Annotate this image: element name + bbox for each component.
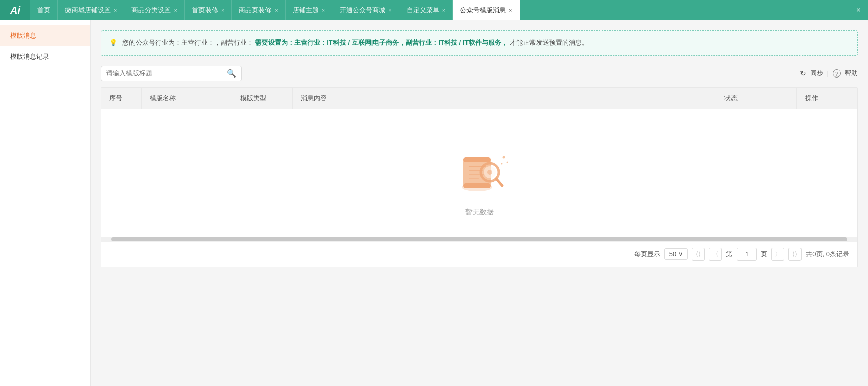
- data-table: 序号 模版名称 模版类型 消息内容 状态 操作: [101, 87, 858, 267]
- svg-point-12: [502, 156, 505, 158]
- svg-rect-7: [469, 178, 479, 179]
- nav-tab-weshop[interactable]: 微商城店铺设置 ×: [58, 0, 124, 20]
- notice-box: 💡 您的公众号行业为：主营行业：，副营行业： 需要设置为：主营行业：IT科技 /…: [101, 30, 858, 56]
- top-nav: Ai 首页 微商城店铺设置 × 商品分类设置 × 首页装修 × 商品页装修 × …: [0, 0, 868, 20]
- help-button[interactable]: 帮助: [845, 69, 858, 78]
- nav-tab-category-label: 商品分类设置: [131, 6, 171, 15]
- per-page-chevron-icon: ∨: [678, 250, 683, 258]
- notice-suffix: 才能正常发送预置的消息。: [510, 39, 588, 46]
- sidebar-item-template-log-label: 模版消息记录: [10, 53, 49, 60]
- nav-tab-category-close[interactable]: ×: [174, 7, 177, 13]
- search-input[interactable]: [106, 69, 227, 77]
- page-unit: 页: [761, 250, 767, 259]
- nav-tab-weshop-close[interactable]: ×: [114, 7, 117, 13]
- main-layout: 模版消息 模版消息记录 💡 您的公众号行业为：主营行业：，副营行业： 需要设置为…: [0, 20, 868, 386]
- svg-point-13: [506, 161, 508, 163]
- sidebar-item-template-msg[interactable]: 模版消息: [0, 25, 90, 46]
- page-label: 第: [726, 250, 732, 259]
- nav-tab-theme-close[interactable]: ×: [322, 7, 325, 13]
- svg-point-14: [501, 163, 502, 164]
- sidebar-item-template-msg-label: 模版消息: [10, 32, 36, 39]
- toolbar-right: ↻ 同步 | ? 帮助: [800, 69, 858, 78]
- nav-tab-product-close[interactable]: ×: [275, 7, 278, 13]
- nav-tab-openwx-label: 开通公众号商城: [340, 6, 385, 15]
- nav-tab-weshop-label: 微商城店铺设置: [65, 6, 111, 15]
- empty-illustration: [449, 139, 510, 200]
- svg-line-10: [496, 179, 502, 186]
- nav-tab-home-label: 首页: [37, 6, 50, 15]
- col-status: 状态: [716, 88, 797, 109]
- sync-icon: ↻: [800, 69, 806, 78]
- sidebar: 模版消息 模版消息记录: [0, 20, 91, 386]
- nav-tab-homepage[interactable]: 首页装修 ×: [185, 0, 232, 20]
- logo-text: Ai: [10, 5, 20, 16]
- nav-tab-custommenu[interactable]: 自定义菜单 ×: [399, 0, 453, 20]
- col-type: 模版类型: [232, 88, 293, 109]
- help-icon: ?: [833, 69, 841, 78]
- svg-point-11: [487, 170, 492, 175]
- pagination: 每页显示 50 ∨ ⟨⟨ 〈 第 页 〉 ⟩⟩ 共0页, 0条记录: [101, 241, 857, 267]
- nav-tab-product[interactable]: 商品页装修 ×: [232, 0, 285, 20]
- col-action: 操作: [797, 88, 857, 109]
- empty-text: 暂无数据: [465, 208, 494, 217]
- col-name: 模版名称: [142, 88, 232, 109]
- per-page-label: 每页显示: [634, 250, 660, 259]
- col-index: 序号: [101, 88, 142, 109]
- nav-tab-openwx[interactable]: 开通公众号商城 ×: [332, 0, 399, 20]
- first-page-button[interactable]: ⟨⟨: [692, 248, 705, 261]
- logo: Ai: [0, 0, 30, 20]
- toolbar-divider: |: [827, 69, 829, 77]
- col-content: 消息内容: [293, 88, 716, 109]
- nav-tab-wxtemplate-label: 公众号模版消息: [460, 6, 506, 15]
- content-area: 💡 您的公众号行业为：主营行业：，副营行业： 需要设置为：主营行业：IT科技 /…: [91, 20, 868, 386]
- per-page-value: 50: [669, 250, 676, 258]
- notice-prefix: 您的公众号行业为：主营行业：，副营行业：: [122, 39, 253, 46]
- sync-button[interactable]: 同步: [810, 69, 823, 78]
- nav-tab-homepage-label: 首页装修: [192, 6, 218, 15]
- nav-tab-category[interactable]: 商品分类设置 ×: [124, 0, 184, 20]
- nav-tab-homepage-close[interactable]: ×: [221, 7, 224, 13]
- scrollbar-thumb[interactable]: [111, 237, 847, 241]
- search-input-wrap[interactable]: 🔍: [101, 66, 242, 81]
- table-header: 序号 模版名称 模版类型 消息内容 状态 操作: [101, 88, 857, 109]
- page-number-input[interactable]: [737, 248, 757, 261]
- empty-state: 暂无数据: [101, 109, 857, 237]
- nav-tab-wxtemplate[interactable]: 公众号模版消息 ×: [453, 0, 519, 20]
- total-info: 共0页, 0条记录: [806, 250, 849, 259]
- nav-tab-theme[interactable]: 店铺主题 ×: [286, 0, 332, 20]
- last-page-button[interactable]: ⟩⟩: [788, 248, 802, 261]
- nav-tab-product-label: 商品页装修: [239, 6, 272, 15]
- svg-rect-2: [463, 157, 491, 162]
- nav-tab-openwx-close[interactable]: ×: [388, 7, 391, 13]
- search-button[interactable]: 🔍: [227, 69, 236, 78]
- nav-tab-home[interactable]: 首页: [30, 0, 58, 20]
- nav-tab-custommenu-label: 自定义菜单: [407, 6, 439, 15]
- nav-tab-theme-label: 店铺主题: [293, 6, 319, 15]
- svg-rect-3: [463, 183, 491, 188]
- prev-page-button[interactable]: 〈: [709, 248, 722, 261]
- sidebar-item-template-log[interactable]: 模版消息记录: [0, 46, 90, 67]
- notice-highlight: 需要设置为：主营行业：IT科技 / 互联网|电子商务，副营行业：IT科技 / I…: [255, 39, 508, 46]
- nav-tab-wxtemplate-close[interactable]: ×: [509, 7, 512, 13]
- nav-tab-custommenu-close[interactable]: ×: [442, 7, 445, 13]
- search-bar: 🔍 ↻ 同步 | ? 帮助: [101, 66, 858, 81]
- per-page-select[interactable]: 50 ∨: [664, 248, 688, 260]
- next-page-button[interactable]: 〉: [771, 248, 784, 261]
- horizontal-scrollbar[interactable]: [101, 237, 857, 241]
- notice-icon: 💡: [109, 39, 117, 46]
- close-all-button[interactable]: ×: [849, 6, 868, 15]
